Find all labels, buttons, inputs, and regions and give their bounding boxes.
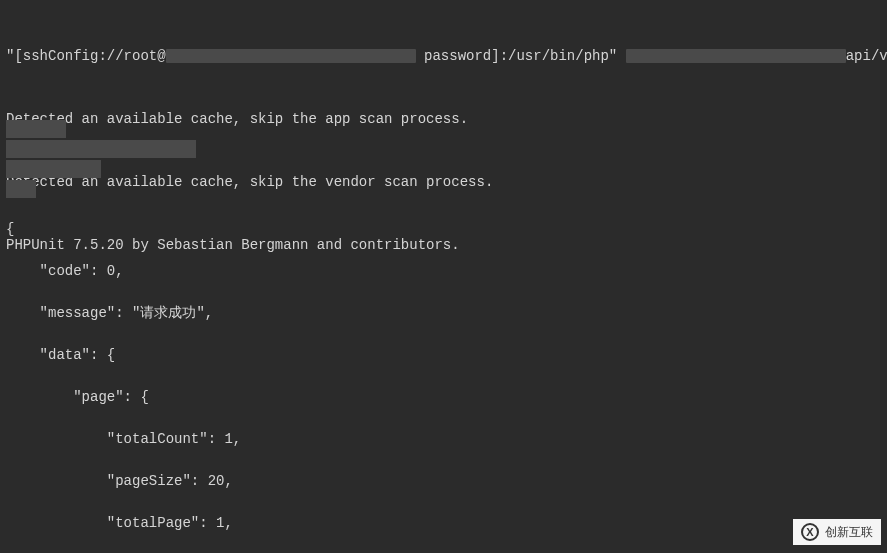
redacted-block-4 <box>6 180 36 198</box>
json-output: { "code": 0, "message": "请求成功", "data": … <box>6 198 804 553</box>
detect-line-2: Detected an available cache, skip the ve… <box>6 172 881 193</box>
json-totalpage: "totalPage": 1, <box>6 513 804 534</box>
json-message: "message": "请求成功", <box>6 303 804 324</box>
json-open: { <box>6 219 804 240</box>
redacted-path <box>626 49 846 63</box>
json-data: "data": { <box>6 345 804 366</box>
command-line: "[sshConfig://root@ password]:/usr/bin/p… <box>6 46 881 67</box>
cmd-suffix: api/vendor/bin/co-ph <box>846 48 887 64</box>
redacted-block-2 <box>6 140 196 158</box>
detect-line-1: Detected an available cache, skip the ap… <box>6 109 881 130</box>
cmd-mid: password]:/usr/bin/php" <box>416 48 626 64</box>
watermark-logo-icon: X <box>801 523 819 541</box>
redacted-block-1 <box>6 120 66 138</box>
redacted-block-3 <box>6 160 101 178</box>
json-code: "code": 0, <box>6 261 804 282</box>
json-page: "page": { <box>6 387 804 408</box>
cmd-prefix: "[sshConfig://root@ <box>6 48 166 64</box>
json-totalcount: "totalCount": 1, <box>6 429 804 450</box>
watermark-text: 创新互联 <box>825 523 873 541</box>
redacted-host <box>166 49 416 63</box>
json-pagesize: "pageSize": 20, <box>6 471 804 492</box>
watermark: X 创新互联 <box>793 519 881 545</box>
